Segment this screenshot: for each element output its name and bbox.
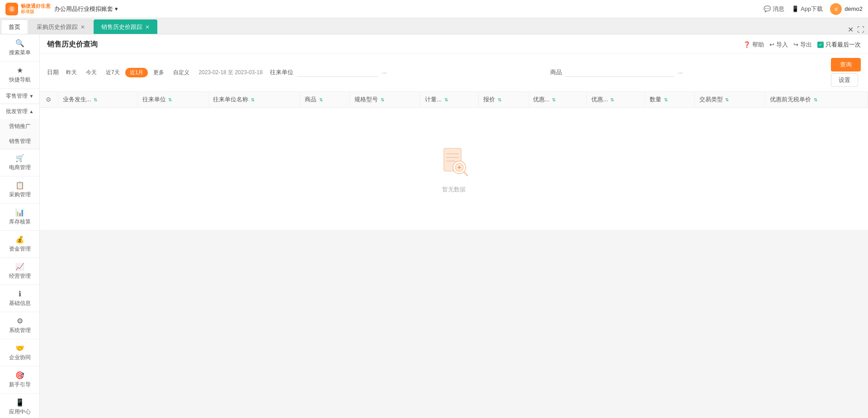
user-area[interactable]: d demo2 xyxy=(830,3,863,15)
col-biz-date[interactable]: 业务发生... ⇅ xyxy=(58,92,137,108)
col-pre-tax-price[interactable]: 优惠前无税单价 ⇅ xyxy=(765,92,868,108)
dropdown-icon: ▾ xyxy=(115,5,118,12)
page-header: 销售历史价查询 ❓ 帮助 ↩ 导入 ↪ 导出 ✓ xyxy=(40,34,868,53)
tab-sales-history[interactable]: 销售历史价跟踪 ✕ xyxy=(94,19,157,34)
sidebar-item-sales-mgmt[interactable]: 销售管理 xyxy=(0,134,39,149)
date-btn-more[interactable]: 更多 xyxy=(150,68,168,77)
top-bar-right: 💬 消息 📱 App下载 d demo2 xyxy=(764,3,863,15)
msg-button[interactable]: 💬 消息 xyxy=(764,5,784,13)
only-last-checkbox[interactable]: ✓ 只看最后一次 xyxy=(817,41,861,49)
page-container: 销售历史价查询 ❓ 帮助 ↩ 导入 ↪ 导出 ✓ xyxy=(40,34,868,230)
col-price[interactable]: 报价 ⇅ xyxy=(479,92,528,108)
inventory-icon: 📊 xyxy=(15,208,24,217)
sort-icon: ⇅ xyxy=(725,97,729,102)
empty-illustration xyxy=(436,144,472,180)
export-icon: ↪ xyxy=(793,41,798,48)
date-btn-7days[interactable]: 近7天 xyxy=(102,68,123,77)
sort-icon: ⇅ xyxy=(610,97,614,102)
sidebar-item-search[interactable]: 🔍 搜索菜单 xyxy=(0,34,39,62)
sidebar-item-basic[interactable]: ℹ 基础信息 xyxy=(0,285,39,312)
partner-dots[interactable]: ··· xyxy=(382,69,387,76)
guide-icon: 🎯 xyxy=(15,371,24,380)
col-goods[interactable]: 商品 ⇅ xyxy=(300,92,349,108)
tab-sales-close-icon[interactable]: ✕ xyxy=(145,24,150,30)
partner-filter-group: 往来单位 ··· xyxy=(270,68,543,77)
avatar: d xyxy=(830,3,842,15)
col-spec[interactable]: 规格型号 ⇅ xyxy=(349,92,420,108)
date-btn-today[interactable]: 今天 xyxy=(82,68,100,77)
filter-bar: 日期 昨天 今天 近7天 近1月 更多 自定义 2023-02-18 至 202… xyxy=(40,53,868,92)
svg-text:6: 6 xyxy=(10,7,13,12)
import-button[interactable]: ↩ 导入 xyxy=(769,41,788,49)
tab-home[interactable]: 首页 xyxy=(1,19,28,34)
data-table: ⚙ 业务发生... ⇅ 往来单位 ⇅ 往来单位名称 xyxy=(40,92,868,108)
sidebar-group-wholesale: 批发管理 ▲ 营销推广 销售管理 xyxy=(0,104,39,149)
goods-dots[interactable]: ··· xyxy=(678,69,683,76)
sort-icon: ⇅ xyxy=(381,97,384,102)
tab-purchase-history[interactable]: 采购历史价跟踪 ✕ xyxy=(29,19,93,34)
date-label: 日期 xyxy=(47,68,59,76)
sidebar-item-retail[interactable]: 零售管理 ▼ xyxy=(0,89,39,104)
col-unit[interactable]: 计量... ⇅ xyxy=(420,92,479,108)
col-trade-type[interactable]: 交易类型 ⇅ xyxy=(694,92,765,108)
logo-icon: 6 xyxy=(5,3,18,15)
col-discount1[interactable]: 优惠... ⇅ xyxy=(528,92,586,108)
sidebar-item-finance[interactable]: 💰 资金管理 xyxy=(0,231,39,258)
svg-line-8 xyxy=(464,172,467,176)
sort-icon: ⇅ xyxy=(814,97,817,102)
enterprise-icon: 🤝 xyxy=(15,344,24,352)
query-button[interactable]: 查询 xyxy=(831,58,861,71)
sidebar-item-guide[interactable]: 🎯 新手引导 xyxy=(0,366,39,394)
logo-area: 6 畅捷通好生意 标准版 xyxy=(5,3,51,15)
finance-icon: 💰 xyxy=(15,235,24,244)
col-discount2[interactable]: 优惠... ⇅ xyxy=(586,92,645,108)
top-bar: 6 畅捷通好生意 标准版 办公用品行业模拟账套 ▾ 💬 消息 📱 App下载 d… xyxy=(0,0,868,18)
logo-text: 畅捷通好生意 标准版 xyxy=(21,3,51,14)
date-btn-yesterday[interactable]: 昨天 xyxy=(62,68,80,77)
sidebar-item-marketing[interactable]: 营销推广 xyxy=(0,119,39,134)
finance-label: 资金管理 xyxy=(9,245,31,253)
sidebar-item-operation[interactable]: 📈 经营管理 xyxy=(0,258,39,285)
partner-input[interactable] xyxy=(297,68,378,77)
sidebar-item-appstore[interactable]: 📱 应用中心 xyxy=(0,394,39,418)
table-header: ⚙ 业务发生... ⇅ 往来单位 ⇅ 往来单位名称 xyxy=(40,92,868,108)
sidebar-item-ecommerce[interactable]: 🛒 电商管理 xyxy=(0,149,39,176)
sidebar-quicknav-label: 快捷导航 xyxy=(9,76,31,84)
col-partner-name[interactable]: 往来单位名称 ⇅ xyxy=(208,92,300,108)
settings-button[interactable]: 设置 xyxy=(831,73,858,87)
tab-actions: ✕ ⛶ xyxy=(848,25,868,34)
sidebar-item-purchase[interactable]: 📋 采购管理 xyxy=(0,176,39,204)
checkbox-checked-icon: ✓ xyxy=(817,42,824,48)
sidebar-item-system[interactable]: ⚙ 系统管理 xyxy=(0,312,39,339)
col-gear[interactable]: ⚙ xyxy=(40,92,58,108)
sort-icon: ⇅ xyxy=(251,97,255,102)
date-btn-1month[interactable]: 近1月 xyxy=(125,68,148,77)
date-btn-custom[interactable]: 自定义 xyxy=(170,68,193,77)
sidebar-item-inventory[interactable]: 📊 库存核算 xyxy=(0,204,39,231)
sidebar-search-label: 搜索菜单 xyxy=(9,49,31,57)
help-icon: ❓ xyxy=(743,41,750,48)
tab-purchase-close-icon[interactable]: ✕ xyxy=(80,24,85,30)
sidebar-item-wholesale[interactable]: 批发管理 ▲ xyxy=(0,104,39,119)
company-select[interactable]: 办公用品行业模拟账套 ▾ xyxy=(54,5,118,13)
basic-icon: ℹ xyxy=(19,290,21,298)
date-filter-group: 日期 昨天 今天 近7天 近1月 更多 自定义 2023-02-18 至 202… xyxy=(47,68,263,77)
export-button[interactable]: ↪ 导出 xyxy=(793,41,812,49)
sidebar-item-enterprise[interactable]: 🤝 企业协同 xyxy=(0,339,39,366)
operation-label: 经营管理 xyxy=(9,272,31,280)
sort-icon: ⇅ xyxy=(498,97,501,102)
app-download-button[interactable]: 📱 App下载 xyxy=(792,5,823,13)
partner-label: 往来单位 xyxy=(270,68,293,76)
wholesale-label: 批发管理 xyxy=(6,108,28,115)
col-qty[interactable]: 数量 ⇅ xyxy=(645,92,694,108)
goods-input[interactable] xyxy=(566,68,674,77)
tab-bar: 首页 采购历史价跟踪 ✕ 销售历史价跟踪 ✕ ✕ ⛶ xyxy=(0,18,868,34)
goods-filter-group: 商品 ··· xyxy=(550,68,824,77)
col-partner-id[interactable]: 往来单位 ⇅ xyxy=(137,92,208,108)
fullscreen-button[interactable]: ⛶ xyxy=(857,26,864,34)
sidebar-group-retail: 零售管理 ▼ xyxy=(0,89,39,104)
close-window-button[interactable]: ✕ xyxy=(848,25,854,34)
sidebar-item-quicknav[interactable]: ★ 快捷导航 xyxy=(0,62,39,89)
import-icon: ↩ xyxy=(769,41,774,48)
help-button[interactable]: ❓ 帮助 xyxy=(743,41,764,49)
